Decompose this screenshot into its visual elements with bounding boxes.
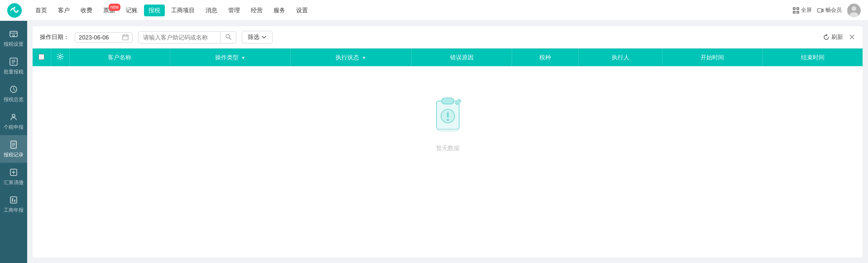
svg-point-38 <box>446 119 449 121</box>
th-tax-type: 税种 <box>512 49 579 66</box>
nav-service[interactable]: 服务 <box>269 5 290 16</box>
nav-manage[interactable]: 管理 <box>224 5 245 16</box>
toolbar-right: 刷新 ✕ <box>823 33 855 41</box>
refresh-button[interactable]: 刷新 <box>823 33 843 41</box>
sidebar-item-annual-report[interactable]: 工商年报 <box>0 190 27 218</box>
svg-rect-5 <box>797 11 799 13</box>
filter-button[interactable]: 筛选 <box>242 31 273 44</box>
table-container[interactable]: 客户名称 操作类型 ▼ 执行状态 ▼ 错误原因 <box>33 49 863 258</box>
nav-business[interactable]: 工商项目 <box>167 5 199 16</box>
empty-text: 暂无数据 <box>436 144 460 152</box>
svg-point-33 <box>59 56 61 58</box>
date-input[interactable] <box>79 34 120 41</box>
search-input[interactable] <box>139 32 220 43</box>
nav-invoice[interactable]: 票据 new <box>99 5 120 16</box>
sidebar-item-personal-tax[interactable]: 个税申报 <box>0 107 27 135</box>
annual-report-icon <box>9 195 19 205</box>
th-error-reason: 错误原因 <box>412 49 512 66</box>
sidebar-item-record[interactable]: 报税记录 <box>0 135 27 163</box>
sort-icon-status: ▼ <box>362 55 366 60</box>
batch-tax-icon <box>9 57 19 67</box>
svg-rect-27 <box>123 35 128 40</box>
top-nav-right: 全屏 畅会员 <box>793 4 861 17</box>
nav-client[interactable]: 客户 <box>53 5 74 16</box>
close-button[interactable]: ✕ <box>849 33 855 41</box>
sidebar-item-tax-settings[interactable]: 报税设置 <box>0 24 27 52</box>
svg-rect-3 <box>797 8 799 10</box>
nav-message[interactable]: 消息 <box>201 5 222 16</box>
nav-invoice-badge: new <box>109 4 120 11</box>
logo[interactable] <box>7 3 22 18</box>
nav-settings[interactable]: 设置 <box>292 5 312 16</box>
content-panel: 操作日期： <box>33 26 863 258</box>
th-gear[interactable] <box>51 49 69 66</box>
th-checkbox[interactable] <box>33 49 51 66</box>
gear-icon <box>57 53 64 60</box>
overview-icon <box>9 84 19 94</box>
app-body: 报税设置 批量报税 报税总览 <box>0 21 868 263</box>
sort-icon-operation: ▼ <box>241 55 245 60</box>
empty-illustration <box>425 93 470 139</box>
top-nav: 首页 客户 收费 票据 new 记账 报税 工商项目 消息 管理 经营 服务 设… <box>0 0 868 21</box>
chevron-down-icon <box>261 34 267 40</box>
search-box <box>138 31 236 44</box>
svg-rect-10 <box>10 31 17 37</box>
svg-rect-4 <box>793 11 795 13</box>
th-exec-status[interactable]: 执行状态 ▼ <box>291 49 412 66</box>
tax-settings-icon <box>9 29 19 39</box>
avatar-image <box>847 4 861 17</box>
svg-line-32 <box>229 38 231 39</box>
th-start-time: 开始时间 <box>662 49 762 66</box>
svg-rect-6 <box>818 9 822 12</box>
svg-point-40 <box>436 128 459 132</box>
table-header-row: 客户名称 操作类型 ▼ 执行状态 ▼ 错误原因 <box>33 49 863 66</box>
svg-rect-24 <box>10 197 17 203</box>
date-label: 操作日期： <box>40 33 69 41</box>
svg-point-1 <box>14 7 15 9</box>
svg-point-12 <box>13 34 14 36</box>
fullscreen-btn[interactable]: 全屏 <box>793 6 812 14</box>
nav-home[interactable]: 首页 <box>31 5 52 16</box>
data-table: 客户名称 操作类型 ▼ 执行状态 ▼ 错误原因 <box>33 49 863 66</box>
nav-fee[interactable]: 收费 <box>76 5 97 16</box>
sidebar-item-batch-tax[interactable]: 批量报税 <box>0 52 27 80</box>
nav-operation[interactable]: 经营 <box>246 5 267 16</box>
calendar-icon <box>122 34 129 40</box>
sidebar-item-settlement[interactable]: 汇算清缴 <box>0 163 27 190</box>
date-picker[interactable] <box>75 32 133 43</box>
settlement-icon <box>9 167 19 177</box>
nav-tax[interactable]: 报税 <box>144 5 165 16</box>
video-icon <box>817 7 824 14</box>
svg-rect-2 <box>793 8 795 10</box>
search-icon <box>225 34 231 40</box>
select-all-checkbox[interactable] <box>38 54 44 60</box>
member-btn[interactable]: 畅会员 <box>817 6 842 14</box>
nav-bookkeeping[interactable]: 记账 <box>121 5 142 16</box>
nav-items: 首页 客户 收费 票据 new 记账 报税 工商项目 消息 管理 经营 服务 设… <box>31 5 793 16</box>
sidebar-item-overview[interactable]: 报税总览 <box>0 80 27 107</box>
empty-state: 暂无数据 <box>33 66 863 180</box>
th-operation-type[interactable]: 操作类型 ▼ <box>170 49 291 66</box>
toolbar: 操作日期： <box>33 26 863 49</box>
svg-point-18 <box>12 114 15 117</box>
svg-rect-25 <box>12 198 13 202</box>
svg-rect-26 <box>14 200 15 202</box>
main-content: 操作日期： <box>27 21 868 263</box>
svg-rect-37 <box>446 112 448 118</box>
personal-tax-icon <box>9 112 19 122</box>
svg-point-8 <box>852 6 856 11</box>
fullscreen-icon <box>793 7 799 14</box>
svg-rect-35 <box>441 98 454 104</box>
avatar[interactable] <box>847 4 861 17</box>
sidebar: 报税设置 批量报税 报税总览 <box>0 21 27 263</box>
search-button[interactable] <box>220 32 236 43</box>
th-client-name: 客户名称 <box>69 49 170 66</box>
refresh-icon <box>823 34 830 40</box>
th-executor: 执行人 <box>579 49 662 66</box>
record-icon <box>9 140 19 150</box>
th-end-time: 结束时间 <box>762 49 863 66</box>
